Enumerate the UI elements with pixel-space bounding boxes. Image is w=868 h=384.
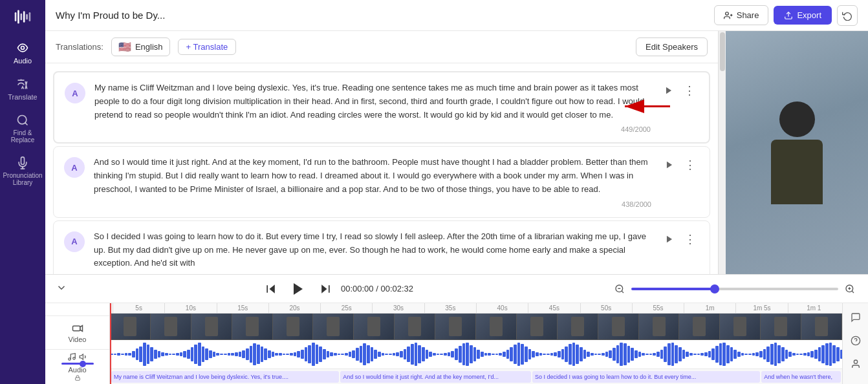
play-button[interactable] [287, 277, 310, 301]
skip-back-button[interactable] [261, 279, 281, 299]
waveform-bar [635, 350, 638, 358]
scrollbar-thumb[interactable] [720, 32, 725, 71]
waveform-bar [517, 343, 521, 366]
collapse-button[interactable] [56, 282, 67, 295]
waveform-bar [528, 349, 532, 360]
waveform-bar [308, 345, 311, 364]
segment-play-button-2[interactable] [660, 156, 678, 174]
sidebar-item-translate[interactable]: Translate [3, 72, 42, 106]
waveform-bar [224, 354, 227, 355]
waveform-bar [125, 353, 128, 356]
scrollbar-track[interactable] [718, 31, 726, 274]
waveform-bar [239, 352, 242, 357]
svg-marker-33 [80, 354, 83, 359]
segment-text-1[interactable]: My name is Cliff Weitzman and I love bei… [94, 81, 651, 122]
segment-more-button-1[interactable]: ⋮ [680, 81, 699, 100]
zoom-slider[interactable] [631, 288, 838, 290]
play-icon-1 [664, 86, 673, 95]
waveform-bar [818, 347, 821, 361]
waveform-bar [733, 350, 737, 359]
waveform-bar [121, 354, 124, 355]
waveform-bar [514, 345, 517, 364]
waveform-bar [345, 353, 348, 356]
zoom-in-button[interactable] [842, 281, 858, 297]
share-button[interactable]: Share [714, 5, 769, 25]
bottom-section: 00:00:00 / 00:02:32 [45, 274, 868, 384]
segment-text-3[interactable]: So I decided I was going to learn how to… [94, 230, 651, 270]
waveform-bar [279, 353, 282, 356]
user-button[interactable] [847, 355, 865, 373]
ruler-mark-55s: 55s [632, 303, 684, 313]
waveform-bar [796, 354, 799, 355]
sidebar-item-pronunciation[interactable]: Pronunciation Library [3, 151, 42, 191]
history-button[interactable] [837, 5, 858, 26]
sidebar-item-audio[interactable]: Audio [3, 36, 42, 70]
waveform-bar [183, 351, 186, 357]
waveform-bar [367, 345, 370, 364]
transcript-container: Translations: 🇺🇸 English + Translate Edi… [45, 31, 868, 274]
edit-speakers-button[interactable]: Edit Speakers [636, 37, 708, 56]
sidebar-audio-label: Audio [14, 57, 32, 65]
waveform-bar [202, 347, 205, 362]
caption-segment-1[interactable]: My name is Cliff Weitzman and I love bei… [111, 371, 339, 383]
waveform-bar [451, 351, 454, 358]
waveform-bar [268, 350, 271, 358]
export-button[interactable]: Export [774, 6, 832, 25]
waveform-bar [316, 345, 319, 364]
playhead[interactable] [110, 303, 111, 384]
waveform-bar [194, 345, 197, 364]
waveform-bar [620, 343, 623, 366]
sidebar-find-label: Find & Replace [6, 129, 39, 144]
waveform [110, 340, 842, 368]
waveform-bar [737, 352, 741, 356]
waveform-bar [371, 347, 374, 361]
sidebar-item-find-replace[interactable]: Find & Replace [3, 109, 42, 149]
waveform-bar [385, 354, 388, 355]
waveform-bar [440, 354, 443, 355]
video-thumbnail [726, 31, 868, 274]
waveform-bar [697, 354, 700, 355]
svg-rect-0 [15, 12, 17, 21]
help-button[interactable] [847, 332, 865, 350]
caption-track: My name is Cliff Weitzman and I love bei… [110, 368, 842, 384]
audio-volume-slider[interactable] [61, 363, 94, 365]
video-frame [232, 314, 273, 339]
caption-segment-4[interactable]: And when he wasn't there, [761, 371, 841, 383]
audio-track-label: Audio [45, 350, 109, 383]
language-selector[interactable]: 🇺🇸 English [111, 37, 170, 56]
svg-marker-15 [667, 162, 672, 169]
header-actions: Share Export [714, 5, 858, 26]
waveform-bar [569, 344, 572, 364]
video-track[interactable] [110, 314, 842, 340]
header: Why I'm Proud to be Dy... Share Export [45, 0, 868, 31]
translate-button[interactable]: + Translate [178, 39, 237, 55]
segment-play-button-3[interactable] [660, 230, 678, 248]
waveform-bar [532, 351, 535, 357]
video-frame [801, 314, 842, 339]
caption-segment-2[interactable]: And so I would time it just right. And a… [340, 371, 531, 383]
caption-segment-3[interactable]: So I decided I was going to learn how to… [532, 371, 760, 383]
skip-forward-button[interactable] [315, 279, 336, 299]
waveform-bar [407, 347, 410, 362]
waveform-bar [495, 354, 499, 355]
segment-more-button-2[interactable]: ⋮ [681, 156, 699, 174]
waveform-bar [825, 343, 829, 365]
zoom-out-button[interactable] [612, 281, 627, 297]
waveform-bar [290, 353, 293, 356]
video-frame [598, 314, 639, 339]
segment-actions-1: ⋮ [660, 81, 699, 100]
audio-track[interactable] [110, 340, 842, 368]
segment-text-2[interactable]: And so I would time it just right. And a… [94, 156, 651, 196]
audio-label: Audio [68, 366, 86, 374]
waveform-bar [393, 353, 396, 356]
segment-play-button-1[interactable] [660, 81, 678, 100]
waveform-bar [554, 352, 557, 356]
waveform-bar [840, 350, 842, 359]
segment-more-button-3[interactable]: ⋮ [681, 230, 699, 248]
waveform-bar [448, 352, 451, 356]
segment-body-3: So I decided I was going to learn how to… [94, 230, 651, 270]
waveform-bar [602, 353, 605, 356]
svg-point-7 [18, 116, 27, 124]
chat-button[interactable] [847, 308, 865, 326]
waveform-bar [242, 350, 245, 358]
